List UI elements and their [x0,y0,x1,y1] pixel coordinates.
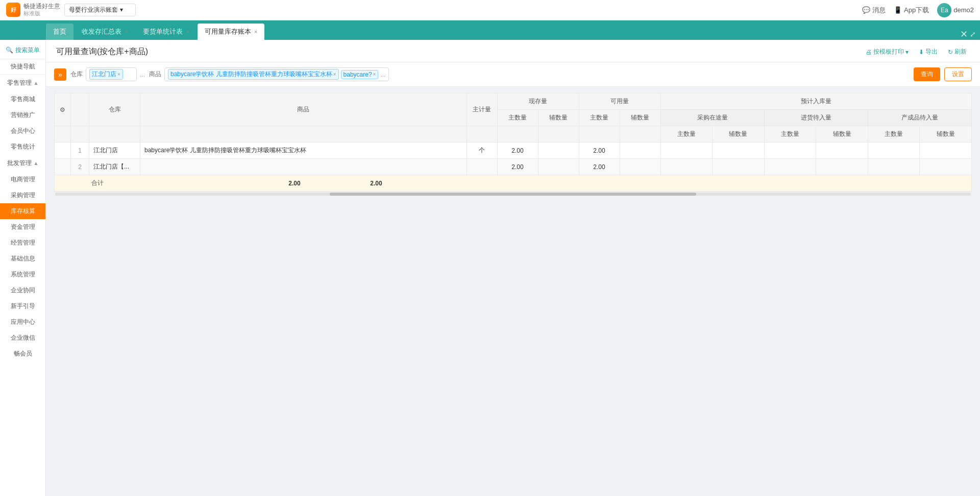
sidebar-item-inventory[interactable]: 库存核算 [0,203,45,219]
tab-stock-summary[interactable]: 收发存汇总表 × [75,23,135,40]
td-production-main-g1 [868,159,920,175]
sidebar-item-retail-stats[interactable]: 零售统计 [0,139,45,155]
print-label: 按模板打印 [873,48,904,56]
warehouse-tag-text: 江北门店 [92,70,116,79]
page-actions: 🖨 按模板打印 ▾ ⬇ 导出 ↻ 刷新 [863,46,970,58]
sidebar-item-member2[interactable]: 畅会员 [0,346,45,362]
sidebar-item-purchase[interactable]: 采购管理 [0,187,45,203]
th-gear: ⚙ [55,93,71,126]
tab-order-stats[interactable]: 要货单统计表 × [136,23,196,40]
settings-button[interactable]: 设置 [944,67,972,81]
export-icon: ⬇ [919,49,924,56]
username: demo2 [953,6,974,14]
sidebar-item-basic-info[interactable]: 基础信息 [0,251,45,267]
sidebar-item-ecommerce[interactable]: 电商管理 [0,172,45,187]
scrollbar-thumb[interactable] [330,193,696,196]
filter-actions-right: 查询 设置 [914,67,972,81]
td-production-main-1 [868,143,920,159]
tab-home[interactable]: 首页 [46,23,74,40]
logo-text: 畅捷通好生意 [23,3,60,10]
sidebar-wechat-label: 企业微信 [11,334,35,341]
sidebar-quick-nav[interactable]: 快捷导航 [0,59,45,75]
sidebar-item-member[interactable]: 会员中心 [0,123,45,139]
content-area: 可用量查询(按仓库+商品) 🖨 按模板打印 ▾ ⬇ 导出 ↻ 刷新 [46,40,980,496]
sidebar-section-retail: 零售管理 ▲ 零售商城 营销推广 会员中心 零售统计 [0,75,45,155]
sidebar-item-marketing[interactable]: 营销推广 [0,107,45,123]
top-bar: 好 畅捷通好生意 标准版 母婴行业演示账套 ▾ 💬 消息 📱 App下载 Ea … [0,0,980,20]
td-inbound-aux-g1 [816,159,868,175]
td-inbound-main-1 [764,143,816,159]
td-current-main-1: 2.00 [497,143,538,159]
app-label: App下载 [904,6,929,15]
td-index-g1: 2 [71,159,89,175]
avatar: Ea [937,3,951,17]
table-scroll-container[interactable]: ⚙ 仓库 商品 主计量 现存量 可用量 预计入库量 主数量 辅数量 [54,93,972,175]
tab-available-stock-label: 可用量库存账本 [205,27,251,36]
th-sub-empty7 [538,126,579,143]
tab-available-stock[interactable]: 可用量库存账本 × [198,23,264,40]
th-planned-inbound-group: 预计入库量 [660,93,971,110]
warehouse-tag-area[interactable]: 江北门店 × [86,67,137,81]
sidebar-item-enterprise[interactable]: 企业协同 [0,282,45,298]
td-available-main-g1: 2.00 [579,159,620,175]
td-current-aux-g1 [538,159,579,175]
th-available-main: 主数量 [579,110,620,126]
nav-close-all[interactable]: ✕ ⤢ [960,29,976,40]
tab-stock-summary-close[interactable]: × [125,29,128,35]
td-gear-g1 [55,159,71,175]
product-tag-2-close[interactable]: × [373,72,376,77]
th-current-main: 主数量 [497,110,538,126]
sidebar-item-retail-mall[interactable]: 零售商城 [0,91,45,107]
td-unit-1: 个 [467,143,497,159]
sidebar-item-system[interactable]: 系统管理 [0,267,45,282]
sidebar-retail-header[interactable]: 零售管理 ▲ [0,75,45,91]
td-current-main-g1: 2.00 [497,159,538,175]
sidebar-section-wholesale: 批发管理 ▲ 电商管理 [0,155,45,187]
warehouse-ellipsis[interactable]: ... [140,71,145,78]
industry-select[interactable]: 母婴行业演示账套 ▾ [64,4,136,16]
filter-expand-btn[interactable]: » [54,68,66,81]
product-tag-1: babycare学饮杯 儿童防摔防撞吸管杯重力球吸嘴杯宝宝水杯 × [168,69,339,80]
main-layout: 🔍 搜索菜单 快捷导航 零售管理 ▲ 零售商城 营销推广 会员中心 零售统计 [0,40,980,496]
th-inbound-aux: 辅数量 [816,126,868,143]
refresh-btn[interactable]: ↻ 刷新 [945,46,970,58]
th-current-aux: 辅数量 [538,110,579,126]
product-tag-text-2: babycare? [344,71,372,78]
user-area[interactable]: Ea demo2 [937,3,974,17]
td-inbound-main-g1 [764,159,816,175]
td-index-1: 1 [71,143,89,159]
sidebar-item-finance[interactable]: 资金管理 [0,219,45,235]
product-tag-1-close[interactable]: × [333,72,336,77]
refresh-icon: ↻ [948,49,953,56]
nav-tabs: 首页 收发存汇总表 × 要货单统计表 × 可用量库存账本 × ✕ ⤢ [0,20,980,40]
product-tag-area[interactable]: babycare学饮杯 儿童防摔防撞吸管杯重力球吸嘴杯宝宝水杯 × babyca… [164,67,389,81]
sidebar-marketing-label: 营销推广 [11,111,35,119]
query-button[interactable]: 查询 [914,67,940,81]
sidebar-item-app-center[interactable]: 应用中心 [0,314,45,330]
td-warehouse-g1: 江北门店【... [89,159,140,175]
warehouse-tag-close[interactable]: × [117,72,120,77]
app-download-btn[interactable]: 📱 App下载 [894,6,929,15]
sidebar-search[interactable]: 🔍 搜索菜单 [0,42,45,59]
td-production-aux-g1 [920,159,972,175]
sidebar-item-newbie[interactable]: 新手引导 [0,298,45,314]
filter-bar: » 仓库 江北门店 × ... 商品 babycare学饮杯 儿童防摔防撞吸管杯… [46,62,980,87]
td-purchase-aux-g1 [713,159,765,175]
top-bar-right: 💬 消息 📱 App下载 Ea demo2 [862,3,974,17]
sidebar-item-operations[interactable]: 经营管理 [0,235,45,251]
tab-order-stats-close[interactable]: × [186,29,189,35]
bottom-scrollbar[interactable] [54,192,972,197]
tab-available-stock-close[interactable]: × [254,29,257,35]
print-btn[interactable]: 🖨 按模板打印 ▾ [863,46,912,58]
sidebar-wholesale-header[interactable]: 批发管理 ▲ [0,155,45,172]
th-sub-empty4 [140,126,467,143]
export-btn[interactable]: ⬇ 导出 [916,46,941,58]
message-label: 消息 [872,6,886,15]
sidebar-item-wechat[interactable]: 企业微信 [0,330,45,346]
sidebar-newbie-label: 新手引导 [11,302,35,310]
sidebar-inventory-label: 库存核算 [11,207,35,215]
industry-label: 母婴行业演示账套 [69,6,118,14]
top-bar-left: 好 畅捷通好生意 标准版 母婴行业演示账套 ▾ [6,3,136,17]
message-btn[interactable]: 💬 消息 [862,6,886,15]
th-sub-empty6 [497,126,538,143]
